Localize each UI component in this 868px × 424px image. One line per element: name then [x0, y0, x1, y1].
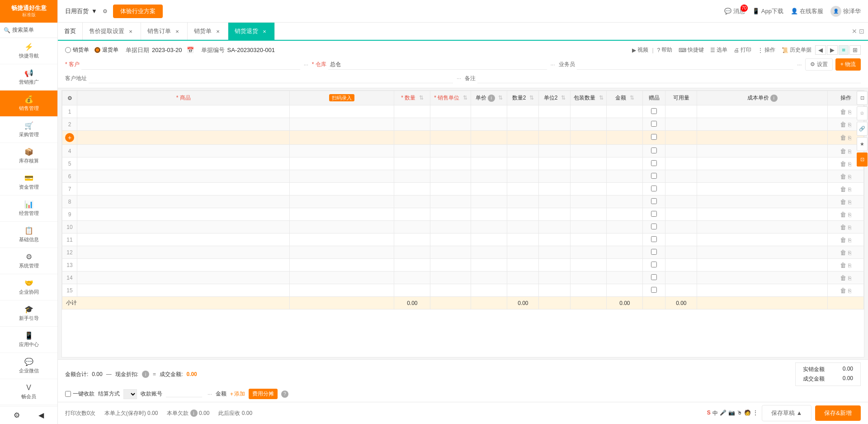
goods-cell[interactable] [77, 284, 290, 297]
unit-cell[interactable] [430, 284, 471, 297]
right-panel-btn-1[interactable]: ⊡ [857, 91, 868, 105]
tab-sales-order[interactable]: 销售订单 × [141, 23, 188, 40]
goods-cell[interactable] [77, 246, 290, 259]
amount-cell[interactable] [607, 195, 643, 208]
goods-cell[interactable] [77, 233, 290, 246]
sidebar-item-purchase[interactable]: 🛒 采购管理 [0, 117, 57, 143]
copy-btn[interactable]: ⎘ [848, 161, 851, 167]
qty2-cell[interactable] [507, 170, 539, 183]
account-input[interactable] [166, 391, 202, 397]
unit2-cell[interactable] [539, 221, 571, 233]
one-click-payment[interactable]: 一键收款 [65, 390, 94, 398]
price-cell[interactable] [471, 157, 507, 170]
copy-btn[interactable]: ⎘ [848, 224, 851, 231]
goods-cell[interactable] [77, 118, 290, 131]
col-barcode[interactable]: 扫码录入 [290, 91, 394, 105]
cost-info-icon[interactable]: i [770, 95, 778, 102]
col-settings[interactable]: ⚙ [62, 91, 77, 105]
delete-btn[interactable]: 🗑 [840, 274, 846, 281]
gift-checkbox[interactable] [651, 211, 657, 217]
prev-record-btn[interactable]: ◀ [815, 45, 826, 55]
price-cell[interactable] [471, 195, 507, 208]
gift-checkbox[interactable] [651, 262, 657, 267]
gift-checkbox[interactable] [651, 236, 657, 242]
sidebar-item-enterprise[interactable]: 🤝 企业协同 [0, 274, 57, 300]
gift-cell[interactable] [643, 246, 665, 259]
sidebar-item-inventory[interactable]: 📦 库存核算 [0, 143, 57, 169]
warehouse-dots[interactable]: ··· [551, 62, 555, 68]
delete-btn[interactable]: 🗑 [840, 224, 846, 231]
pkg-qty-cell[interactable] [571, 195, 607, 208]
pkg-qty-cell[interactable] [571, 221, 607, 233]
gift-checkbox[interactable] [651, 121, 657, 127]
radio-return-input[interactable] [94, 47, 100, 53]
qty2-sort-icon[interactable]: ⇅ [529, 95, 534, 101]
unit2-cell[interactable] [539, 208, 571, 221]
account-method-select[interactable] [123, 389, 137, 399]
unit-cell[interactable] [430, 259, 471, 272]
unit2-cell[interactable] [539, 272, 571, 284]
toolbar-video[interactable]: ▶ 视频 [629, 45, 651, 55]
quantity-cell[interactable] [394, 131, 430, 145]
price-cell[interactable] [471, 183, 507, 195]
amount-cell[interactable] [607, 221, 643, 233]
amount-cell[interactable] [607, 284, 643, 297]
quantity-cell[interactable] [394, 284, 430, 297]
tab-close-sales-return[interactable]: × [261, 28, 268, 35]
sidebar-item-finance[interactable]: 💳 资金管理 [0, 169, 57, 195]
daily-goods-selector[interactable]: 日用百货 ▼ [65, 7, 97, 15]
copy-btn[interactable]: ⎘ [848, 122, 851, 128]
unit-cell[interactable] [430, 170, 471, 183]
salesperson-dots[interactable]: ··· [797, 62, 802, 68]
goods-cell[interactable] [77, 272, 290, 284]
pkg-qty-cell[interactable] [571, 131, 607, 145]
calendar-icon[interactable]: 📅 [187, 47, 194, 53]
amount-cell[interactable] [607, 246, 643, 259]
delete-btn[interactable]: 🗑 [840, 198, 846, 205]
qty2-cell[interactable] [507, 272, 539, 284]
toolbar-select[interactable]: ☰ 选单 [708, 45, 730, 55]
barcode-btn[interactable]: 扫码录入 [329, 94, 354, 101]
pkg-qty-cell[interactable] [571, 208, 607, 221]
unit2-cell[interactable] [539, 145, 571, 157]
qty2-cell[interactable] [507, 118, 539, 131]
unit-cell[interactable] [430, 246, 471, 259]
gift-cell[interactable] [643, 233, 665, 246]
unit2-cell[interactable] [539, 195, 571, 208]
gift-checkbox[interactable] [651, 287, 657, 293]
amount-cell[interactable] [607, 157, 643, 170]
quantity-cell[interactable] [394, 259, 430, 272]
price-info-icon[interactable]: i [488, 95, 495, 102]
qty2-cell[interactable] [507, 284, 539, 297]
tab-home[interactable]: 首页 [58, 23, 83, 40]
sidebar-item-member[interactable]: V 畅会员 [0, 379, 57, 405]
unit-cell[interactable] [430, 195, 471, 208]
sidebar-item-sales[interactable]: 💰 销售管理 [0, 91, 57, 117]
quantity-cell[interactable] [394, 208, 430, 221]
radio-sales-invoice-input[interactable] [65, 47, 71, 53]
tab-close-price-settings[interactable]: × [127, 28, 134, 35]
gift-checkbox[interactable] [651, 160, 657, 166]
delete-btn[interactable]: 🗑 [840, 287, 846, 294]
detail-view-btn[interactable]: ⊞ [849, 45, 861, 55]
gift-cell[interactable] [643, 284, 665, 297]
pkg-qty-cell[interactable] [571, 118, 607, 131]
copy-btn[interactable]: ⎘ [848, 237, 851, 243]
sidebar-search[interactable]: 🔍 搜索菜单 [0, 23, 57, 38]
copy-btn[interactable]: ⎘ [848, 288, 851, 294]
message-button[interactable]: 💬 消息 70 [724, 7, 745, 15]
unit-cell[interactable] [430, 272, 471, 284]
unit2-cell[interactable] [539, 170, 571, 183]
online-service-button[interactable]: 👤 在线客服 [791, 7, 823, 15]
quantity-cell[interactable] [394, 118, 430, 131]
address-dots[interactable]: ··· [457, 75, 461, 81]
toolbar-history[interactable]: 📜 历史单据 [779, 45, 814, 55]
gift-cell[interactable] [643, 259, 665, 272]
amount-cell[interactable] [607, 118, 643, 131]
toolbar-print[interactable]: 🖨 打印 [731, 45, 754, 55]
address-input[interactable] [89, 73, 453, 83]
copy-btn[interactable]: ⎘ [848, 135, 851, 141]
gift-checkbox[interactable] [651, 173, 657, 179]
price-cell[interactable] [471, 221, 507, 233]
toolbar-shortcut[interactable]: ⌨ 快捷键 [676, 45, 707, 55]
